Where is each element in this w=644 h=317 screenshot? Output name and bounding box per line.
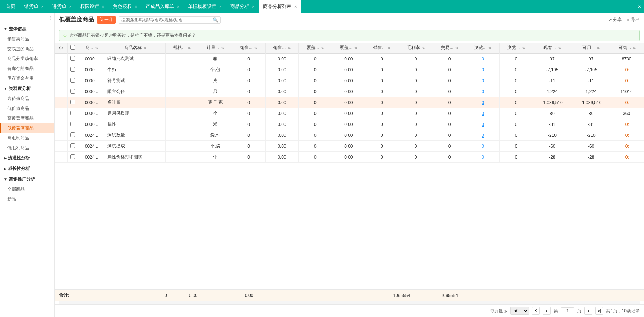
- sidebar-item-low-coverage[interactable]: 低覆盖度商品: [0, 123, 54, 133]
- close-icon[interactable]: ×: [41, 4, 43, 9]
- sidebar-group-marketing[interactable]: ▼ 营销推广分析: [0, 174, 54, 185]
- window-close-button[interactable]: ×: [638, 3, 641, 10]
- nav-tab-roles[interactable]: 角色授权 ×: [109, 0, 141, 13]
- sidebar-item-high-value[interactable]: 高价值商品: [0, 94, 54, 104]
- close-icon[interactable]: ×: [219, 4, 221, 9]
- sidebar-item-low-value[interactable]: 低价值商品: [0, 104, 54, 114]
- next-page-button[interactable]: >: [584, 307, 592, 315]
- nav-tab-sales[interactable]: 销货单 ×: [20, 0, 48, 13]
- cell-cover2: 0.00: [332, 64, 365, 75]
- column-spec[interactable]: 规格... ⇅: [165, 43, 199, 54]
- cell-checkbox[interactable]: [68, 108, 78, 119]
- scrollbar-track[interactable]: [59, 301, 640, 304]
- cell-browse1[interactable]: 0: [466, 119, 499, 130]
- column-sales-amount[interactable]: 销售... ⇅: [265, 43, 298, 54]
- cell-checkbox[interactable]: [68, 64, 78, 75]
- column-sales-qty[interactable]: 销售... ⇅: [232, 43, 265, 54]
- column-sales3[interactable]: 销售... ⇅: [365, 43, 398, 54]
- cell-browse1[interactable]: 0: [466, 152, 499, 163]
- close-icon[interactable]: ×: [102, 4, 104, 9]
- date-filter-button[interactable]: 近一月: [97, 16, 116, 24]
- close-icon[interactable]: ×: [252, 4, 254, 9]
- cell-checkbox[interactable]: [68, 130, 78, 141]
- cell-browse1[interactable]: 0: [466, 86, 499, 97]
- cell-browse1[interactable]: 0: [466, 75, 499, 86]
- sidebar-item-traded[interactable]: 交易过的商品: [0, 44, 54, 54]
- cell-current: 97: [533, 54, 572, 64]
- close-icon[interactable]: ×: [294, 4, 297, 9]
- cell-available: -31: [572, 119, 610, 130]
- sidebar-item-low-margin[interactable]: 低毛利商品: [0, 143, 54, 153]
- table-container[interactable]: ⚙ 商... ⇅ 商品名称 ⇅ 规格... ⇅ 计量... ⇅ 销售... ⇅ …: [55, 43, 644, 289]
- nav-tab-home[interactable]: 首页: [1, 0, 20, 13]
- column-name[interactable]: 商品名称 ⇅: [105, 43, 165, 54]
- cell-checkbox[interactable]: [68, 86, 78, 97]
- sidebar-group-liquidity[interactable]: ▶ 流通性分析: [0, 153, 54, 163]
- sidebar-item-high-margin[interactable]: 高毛利商品: [0, 133, 54, 143]
- sidebar-collapse-button[interactable]: 《: [0, 13, 54, 24]
- last-page-button[interactable]: >|: [595, 307, 603, 315]
- nav-tab-permissions[interactable]: 权限设置 ×: [76, 0, 109, 13]
- search-box[interactable]: 🔍: [119, 16, 221, 24]
- cell-sales3: 0: [365, 75, 398, 86]
- sidebar-group-cluster[interactable]: ▼ 类群度分析: [0, 83, 54, 94]
- cell-browse1[interactable]: 0: [466, 141, 499, 152]
- column-trade[interactable]: 交易... ⇅: [433, 43, 466, 54]
- select-all-checkbox[interactable]: [70, 45, 75, 50]
- cell-browse1[interactable]: 0: [466, 130, 499, 141]
- column-checkbox[interactable]: [68, 43, 78, 54]
- nav-tab-analysis[interactable]: 商品分析 ×: [226, 0, 259, 13]
- column-browse1[interactable]: 浏览... ⇅: [466, 43, 499, 54]
- cell-checkbox[interactable]: [68, 54, 78, 64]
- sidebar-item-all-products[interactable]: 全部商品: [0, 185, 54, 194]
- column-available[interactable]: 可用... ⇅: [572, 43, 610, 54]
- column-browse2[interactable]: 浏览... ⇅: [499, 43, 533, 54]
- per-page-select[interactable]: 50 20 100: [510, 307, 529, 315]
- column-settings[interactable]: ⚙: [55, 43, 68, 54]
- nav-tab-analysis-list[interactable]: 商品分析列表 ×: [259, 0, 301, 13]
- cell-browse1[interactable]: 0: [466, 108, 499, 119]
- table-row: 0024... 属性价格打印测试 个 0 0.00 0 0.00 0 0 0 0…: [55, 152, 644, 163]
- search-input[interactable]: [121, 17, 213, 23]
- cell-browse1[interactable]: 0: [466, 54, 499, 64]
- sidebar-item-high-coverage[interactable]: 高覆盖度商品: [0, 114, 54, 123]
- cell-saleable: 8730:: [610, 54, 644, 64]
- cell-code: 0000...: [78, 119, 105, 130]
- column-current[interactable]: 现有... ⇅: [533, 43, 572, 54]
- cell-checkbox[interactable]: [68, 75, 78, 86]
- sidebar-overview-title[interactable]: ▼ 整体信息: [0, 24, 54, 34]
- share-button[interactable]: ↗ 分享: [608, 17, 622, 23]
- column-unit[interactable]: 计量... ⇅: [199, 43, 232, 54]
- sidebar-item-category-rate[interactable]: 商品分类动销率: [0, 54, 54, 64]
- prev-page-button[interactable]: <: [543, 307, 551, 315]
- search-icon[interactable]: 🔍: [213, 17, 218, 23]
- export-button[interactable]: ⬆ 导出: [626, 17, 640, 23]
- cell-browse1[interactable]: 0: [466, 97, 499, 108]
- page-number-input[interactable]: [561, 307, 574, 314]
- cell-sales3: 0: [365, 108, 398, 119]
- cell-browse1[interactable]: 0: [466, 64, 499, 75]
- cell-checkbox[interactable]: [68, 141, 78, 152]
- cell-checkbox[interactable]: [68, 97, 78, 108]
- column-coverage2[interactable]: 覆盖... ⇅: [332, 43, 365, 54]
- first-page-button[interactable]: K: [532, 307, 540, 315]
- cell-spec: [165, 54, 199, 64]
- column-saleable[interactable]: 可销... ⇅: [610, 43, 644, 54]
- nav-tab-products[interactable]: 产成品入库单 ×: [141, 0, 184, 13]
- close-icon[interactable]: ×: [135, 4, 137, 9]
- close-icon[interactable]: ×: [69, 4, 71, 9]
- column-code[interactable]: 商... ⇅: [78, 43, 105, 54]
- column-gross-rate[interactable]: 毛利率 ⇅: [398, 43, 433, 54]
- sidebar-item-new-products[interactable]: 新品: [0, 194, 54, 204]
- sidebar-item-in-stock[interactable]: 有库存的商品: [0, 64, 54, 74]
- sidebar-item-stock-capital[interactable]: 库存资金占用: [0, 74, 54, 83]
- sidebar-item-sales-products[interactable]: 销售类商品: [0, 34, 54, 44]
- sidebar-group-growth[interactable]: ▶ 成长性分析: [0, 163, 54, 174]
- nav-tab-purchase[interactable]: 进货单 ×: [48, 0, 76, 13]
- column-coverage1[interactable]: 覆盖... ⇅: [299, 43, 332, 54]
- cell-checkbox[interactable]: [68, 152, 78, 163]
- cell-sales3: 0: [365, 141, 398, 152]
- nav-tab-templates[interactable]: 单据模板设置 ×: [184, 0, 226, 13]
- close-icon[interactable]: ×: [177, 4, 179, 9]
- cell-checkbox[interactable]: [68, 119, 78, 130]
